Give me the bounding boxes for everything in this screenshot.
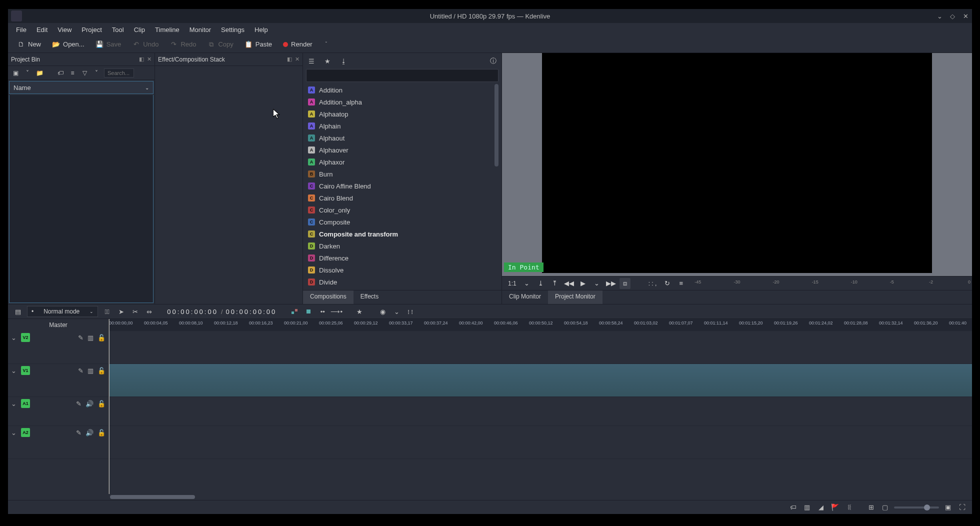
copy-button[interactable]: ⧉Copy bbox=[202, 38, 238, 50]
save-button[interactable]: 💾Save bbox=[90, 38, 126, 50]
favorites-icon[interactable]: ★ bbox=[323, 56, 332, 66]
composition-item[interactable]: DDissolve bbox=[306, 264, 498, 276]
track-header-a2[interactable]: ⌄ A2 ✎🔊🔓 bbox=[8, 426, 108, 459]
tab-clip-monitor[interactable]: Clip Monitor bbox=[502, 290, 548, 304]
forward-button[interactable]: ▶▶ bbox=[606, 278, 616, 289]
timeline-options-button[interactable]: ⫶⫶ bbox=[406, 306, 416, 316]
render-dropdown[interactable]: ˇ bbox=[318, 40, 332, 49]
add-clip-dropdown[interactable]: ˅ bbox=[23, 68, 32, 78]
menu-file[interactable]: File bbox=[11, 24, 32, 36]
collapse-track-icon[interactable]: ⌄ bbox=[11, 366, 18, 374]
paste-button[interactable]: 📋Paste bbox=[240, 38, 277, 50]
loop-button[interactable]: ↻ bbox=[662, 278, 672, 289]
maximize-button[interactable]: ◇ bbox=[948, 12, 957, 20]
composition-item[interactable]: DDifference bbox=[306, 252, 498, 264]
track-badge-v1[interactable]: V1 bbox=[21, 366, 30, 375]
undo-button[interactable]: ↶Undo bbox=[127, 38, 164, 50]
preview-render-button[interactable]: ◉ bbox=[378, 306, 388, 316]
redo-button[interactable]: ↷Redo bbox=[164, 38, 201, 50]
overwrite-zone-button[interactable]: •• bbox=[318, 306, 328, 316]
track-mute-icon[interactable]: ▥ bbox=[88, 334, 94, 342]
track-lock-icon[interactable]: 🔓 bbox=[98, 367, 106, 374]
tag-button[interactable]: 🏷 bbox=[56, 68, 65, 78]
monitor-timecode[interactable]: : : , bbox=[646, 280, 659, 287]
track-mute-icon[interactable]: ▥ bbox=[88, 367, 94, 374]
open-button[interactable]: 📂Open... bbox=[47, 38, 90, 50]
tab-project-monitor[interactable]: Project Monitor bbox=[548, 290, 602, 304]
composition-item[interactable]: AAlphaatop bbox=[306, 108, 498, 120]
track-mute-icon[interactable]: 🔊 bbox=[86, 429, 94, 436]
menu-settings[interactable]: Settings bbox=[216, 24, 250, 36]
composition-item[interactable]: DDivide bbox=[306, 276, 498, 288]
favorite-effects-button[interactable]: ★ bbox=[354, 306, 364, 316]
status-labels-button[interactable]: 🏷 bbox=[788, 502, 798, 512]
filter-dropdown[interactable]: ˅ bbox=[92, 68, 101, 78]
timeline-master[interactable]: Master bbox=[8, 319, 108, 331]
timeline-timecode[interactable]: 00:00:00:00/00:00:00:00 bbox=[167, 308, 276, 316]
track-mute-icon[interactable]: 🔊 bbox=[86, 400, 94, 408]
new-button[interactable]: 🗋New bbox=[12, 38, 46, 50]
rewind-button[interactable]: ◀◀ bbox=[564, 278, 574, 289]
tree-view-icon[interactable]: ☰ bbox=[307, 56, 316, 66]
composition-item[interactable]: CCairo Affine Blend bbox=[306, 180, 498, 192]
menu-help[interactable]: Help bbox=[250, 24, 273, 36]
track-effects-icon[interactable]: ✎ bbox=[76, 429, 82, 436]
menu-view[interactable]: View bbox=[52, 24, 76, 36]
info-icon[interactable]: ⓘ bbox=[488, 56, 498, 66]
track-badge-a1[interactable]: A1 bbox=[21, 399, 30, 408]
project-bin-search[interactable] bbox=[104, 68, 134, 78]
composition-item[interactable]: AAlphain bbox=[306, 120, 498, 132]
track-header-v2[interactable]: ⌄ V2 ✎▥🔓 bbox=[8, 331, 108, 364]
panel-close-button[interactable]: ✕ bbox=[147, 56, 152, 62]
minimize-button[interactable]: ⌄ bbox=[935, 12, 944, 20]
collapse-track-icon[interactable]: ⌄ bbox=[11, 428, 18, 436]
collapse-track-icon[interactable]: ⌄ bbox=[11, 399, 18, 408]
monitor-scale[interactable]: 1:1 bbox=[506, 280, 518, 287]
edit-mode-dropdown[interactable]: • Normal mode ⌄ bbox=[27, 306, 98, 317]
status-fullscreen-button[interactable]: ⛶ bbox=[957, 502, 967, 512]
add-folder-button[interactable]: 📁 bbox=[35, 68, 44, 78]
panel-float-button[interactable]: ◧ bbox=[139, 56, 144, 62]
extract-zone-button[interactable]: ⟶• bbox=[332, 306, 342, 316]
tool-razor[interactable]: ✂ bbox=[130, 306, 140, 316]
status-fit-zoom-button[interactable]: ⊞ bbox=[866, 502, 876, 512]
status-snap-button[interactable]: ⧛ bbox=[844, 502, 854, 512]
composition-item[interactable]: CCairo Blend bbox=[306, 192, 498, 204]
menu-monitor[interactable]: Monitor bbox=[184, 24, 216, 36]
composition-item[interactable]: BBurn bbox=[306, 168, 498, 180]
track-lock-icon[interactable]: 🔓 bbox=[98, 429, 106, 436]
compositions-scrollbar[interactable] bbox=[494, 84, 498, 166]
download-icon[interactable]: ⭳ bbox=[339, 56, 348, 66]
track-effects-icon[interactable]: ✎ bbox=[76, 400, 82, 408]
status-zoom-in-button[interactable]: ▣ bbox=[943, 502, 953, 512]
tool-track-compositing[interactable]: ✂⃰ bbox=[102, 306, 112, 316]
tool-spacer[interactable]: ⇔ bbox=[144, 306, 154, 316]
tab-effects[interactable]: Effects bbox=[354, 290, 386, 304]
zone-button[interactable]: ⧈ bbox=[620, 278, 630, 289]
insert-zone-button[interactable] bbox=[304, 306, 314, 316]
menu-edit[interactable]: Edit bbox=[32, 24, 52, 36]
monitor-menu-button[interactable]: ≡ bbox=[676, 278, 686, 289]
track-a2[interactable] bbox=[109, 426, 972, 459]
menu-timeline[interactable]: Timeline bbox=[150, 24, 184, 36]
set-out-point-button[interactable]: ⤒ bbox=[550, 278, 560, 289]
close-button[interactable]: ✕ bbox=[961, 12, 970, 20]
track-a1[interactable] bbox=[109, 397, 972, 426]
track-effects-icon[interactable]: ✎ bbox=[78, 367, 84, 374]
menu-clip[interactable]: Clip bbox=[129, 24, 150, 36]
list-options-button[interactable]: ≡ bbox=[68, 68, 77, 78]
track-lock-icon[interactable]: 🔓 bbox=[98, 334, 106, 342]
tool-selection[interactable]: ➤ bbox=[116, 306, 126, 316]
track-lock-icon[interactable]: 🔓 bbox=[98, 400, 106, 408]
composition-item[interactable]: AAlphaxor bbox=[306, 156, 498, 168]
render-button[interactable]: Render bbox=[278, 38, 318, 50]
play-button[interactable]: ▶ bbox=[578, 278, 588, 289]
composition-item[interactable]: CComposite and transform bbox=[306, 228, 498, 240]
collapse-track-icon[interactable]: ⌄ bbox=[11, 333, 18, 342]
composition-item[interactable]: AAddition_alpha bbox=[306, 96, 498, 108]
timeline-config-button[interactable]: ▤ bbox=[13, 306, 23, 316]
composition-item[interactable]: DDodge bbox=[306, 288, 498, 290]
composition-item[interactable]: CColor_only bbox=[306, 204, 498, 216]
track-badge-a2[interactable]: A2 bbox=[21, 428, 30, 437]
filter-button[interactable]: ▽ bbox=[80, 68, 89, 78]
